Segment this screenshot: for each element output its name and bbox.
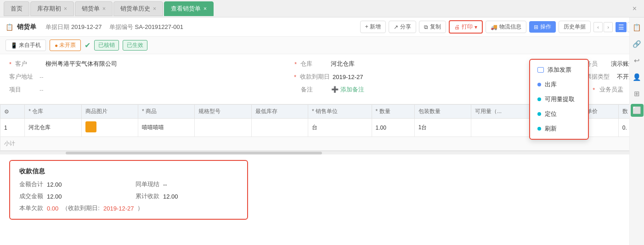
- doc-date-label: 单据日期 2019-12-27: [45, 23, 102, 31]
- dropdown-available-qty[interactable]: 可用量提取: [530, 92, 588, 107]
- print-dropdown-arrow: ▾: [475, 24, 477, 30]
- due-date-value: 2019-12-27: [333, 74, 363, 80]
- doc-number-label: 单据编号 SA-20191227-001: [109, 23, 184, 31]
- cell-no: 1: [0, 119, 25, 137]
- cell-img: [81, 119, 138, 137]
- operate-icon: ⊞: [534, 24, 538, 30]
- cell-spec: [195, 119, 251, 137]
- tab-sales-history-label: 销货单历史: [120, 5, 150, 13]
- sidebar-link-icon[interactable]: 🔗: [631, 38, 644, 51]
- payment-grid: 金额合计 12.00 同单现结 -- 成交金额 12.00 累计收款 12.00…: [19, 180, 238, 212]
- doc-number-value: SA-20191227-001: [135, 23, 184, 30]
- tab-inventory-close[interactable]: ×: [64, 6, 67, 12]
- not-open-button[interactable]: ● 未开票: [50, 40, 81, 51]
- add-note-button[interactable]: ➕ 添加备注: [331, 85, 364, 94]
- doc-meta: 单据日期 2019-12-27 单据编号 SA-20191227-001: [45, 23, 356, 31]
- invoice-icon: ●: [55, 42, 58, 49]
- cumulative-value: 12.00: [163, 193, 178, 200]
- action-row: 📱 来自手机 ● 未开票 ✔ 已核销 已生效: [0, 37, 644, 54]
- new-button[interactable]: + 新增: [360, 21, 386, 33]
- project-field: 项目 --: [9, 85, 301, 94]
- sidebar-doc-icon[interactable]: 📋: [631, 21, 644, 34]
- payment-box: 收款信息 金额合计 12.00 同单现结 -- 成交金额 12.00 累计收款 …: [9, 160, 248, 220]
- copy-button[interactable]: ⧉ 复制: [419, 21, 446, 33]
- sidebar-user-icon[interactable]: 👤: [631, 71, 644, 84]
- refresh-icon: [537, 127, 541, 131]
- history-button[interactable]: 历史单据: [559, 21, 591, 33]
- dropdown-add-invoice[interactable]: 添加发票: [530, 63, 588, 77]
- cell-pack-qty: 1台: [414, 119, 471, 137]
- tab-bar: 首页 库存期初 × 销货单 × 销货单历史 × 查看销货单 × ×: [0, 0, 644, 17]
- customer-field: * 客户 柳州粤港平安气体有限公司: [9, 60, 294, 68]
- tab-sales-history-close[interactable]: ×: [153, 6, 156, 12]
- print-icon: 🖨: [454, 24, 460, 30]
- total-amount-value: 12.00: [47, 181, 62, 188]
- sidebar-expand-icon[interactable]: ⬜: [631, 104, 644, 117]
- tab-sales-close[interactable]: ×: [102, 6, 106, 12]
- dropdown-menu: 添加发票 出库 可用量提取 定位 刷新: [529, 59, 589, 140]
- mobile-icon: 📱: [11, 42, 17, 49]
- cell-min-stock: [251, 119, 308, 137]
- same-order-row: 同单现结 --: [136, 180, 238, 188]
- col-sales-unit: * 销售单位: [308, 105, 372, 119]
- tab-view-sales[interactable]: 查看销货单 ×: [164, 1, 214, 16]
- tab-sales-order[interactable]: 销货单 ×: [75, 1, 113, 16]
- tab-view-sales-label: 查看销货单: [171, 5, 201, 13]
- trans-amount-value: 12.00: [47, 193, 62, 200]
- tab-home[interactable]: 首页: [4, 1, 29, 16]
- add-invoice-icon: [537, 67, 544, 73]
- trans-amount-row: 成交金额 12.00: [19, 192, 122, 200]
- same-order-value: --: [163, 181, 167, 188]
- doc-toolbar: 📋 销货单 单据日期 2019-12-27 单据编号 SA-20191227-0…: [0, 17, 644, 37]
- cell-qty: 1.00: [372, 119, 414, 137]
- tab-inventory[interactable]: 库存期初 ×: [30, 1, 74, 16]
- col-min-stock: 最低库存: [251, 105, 308, 119]
- total-amount-row: 金额合计 12.00: [19, 180, 122, 188]
- logistics-button[interactable]: 🚚 物流信息: [486, 21, 526, 33]
- copy-icon: ⧉: [424, 24, 428, 30]
- dropdown-locate[interactable]: 定位: [530, 107, 588, 121]
- tab-sales-label: 销货单: [82, 5, 100, 13]
- window-close-button[interactable]: ×: [629, 3, 640, 15]
- list-view-button[interactable]: ☰: [616, 22, 627, 32]
- payment-title: 收款信息: [19, 167, 238, 176]
- warehouse-value: 河北仓库: [331, 60, 355, 68]
- warehouse-required: *: [294, 61, 297, 68]
- col-spec: 规格型号: [195, 105, 251, 119]
- overdue-row: 本单欠款 0.00 （收款到期日: 2019-12-27 ）: [19, 204, 238, 212]
- logistics-icon: 🚚: [491, 24, 497, 30]
- sold-badge: 已核销: [94, 40, 119, 51]
- cell-sales-unit: 台: [308, 119, 372, 137]
- product-image: [85, 121, 96, 132]
- cell-available: [471, 119, 537, 137]
- from-mobile-button[interactable]: 📱 来自手机: [6, 40, 46, 51]
- col-img: 商品图片: [81, 105, 138, 119]
- address-field: 客户地址 --: [9, 73, 294, 81]
- share-button[interactable]: ↗ 分享: [389, 21, 416, 33]
- out-warehouse-icon: [537, 83, 541, 86]
- operate-button[interactable]: ⊞ 操作: [529, 21, 556, 33]
- toolbar-actions: + 新增 ↗ 分享 ⧉ 复制 🖨 打印 ▾ 🚚 物流信息 ⊞ 操作: [360, 20, 638, 34]
- tab-inventory-label: 库存期初: [37, 5, 61, 13]
- scroll-handle[interactable]: [66, 152, 322, 154]
- doc-title: 销货单: [17, 23, 36, 31]
- sidebar-return-icon[interactable]: ↩: [631, 54, 644, 67]
- overdue-date: 2019-12-27: [103, 205, 134, 212]
- nav-arrows: ‹ ›: [593, 22, 613, 32]
- next-arrow[interactable]: ›: [604, 22, 613, 32]
- print-button[interactable]: 🖨 打印 ▾: [449, 20, 483, 34]
- effective-badge: 已生效: [123, 40, 147, 51]
- tab-view-sales-close[interactable]: ×: [203, 6, 207, 12]
- tab-sales-history[interactable]: 销货单历史 ×: [113, 1, 163, 16]
- scroll-bar[interactable]: [0, 151, 644, 154]
- dropdown-out-warehouse[interactable]: 出库: [530, 77, 588, 92]
- prev-arrow[interactable]: ‹: [593, 22, 603, 32]
- doc-icon: 📋: [6, 23, 13, 31]
- available-qty-icon: [537, 97, 541, 101]
- col-warehouse: * 仓库: [25, 105, 81, 119]
- col-gear[interactable]: ⚙: [0, 105, 25, 119]
- cell-product: 嘻嘻嘻嘻: [138, 119, 194, 137]
- sidebar-grid-icon[interactable]: ⊞: [631, 87, 644, 100]
- dropdown-refresh[interactable]: 刷新: [530, 121, 588, 136]
- cell-warehouse: 河北仓库: [25, 119, 81, 137]
